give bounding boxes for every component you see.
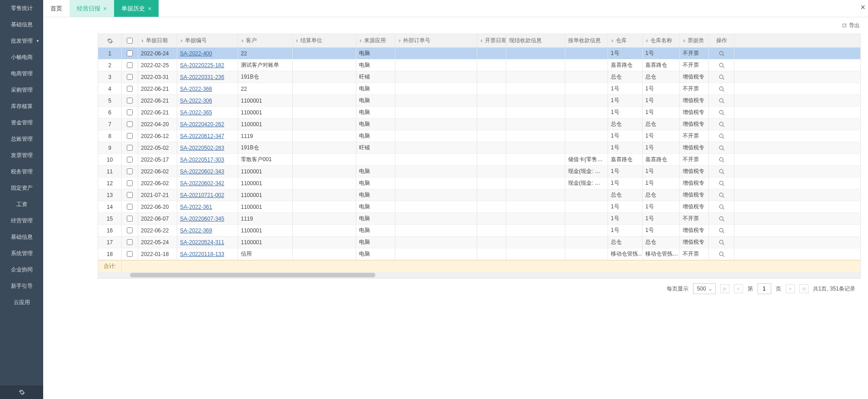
- cell-doc-no[interactable]: SA-2022-306: [177, 95, 238, 106]
- cell-action[interactable]: [709, 59, 734, 71]
- row-checkbox-input[interactable]: [127, 180, 133, 186]
- cell-doc-no[interactable]: SA-20220602-343: [177, 166, 238, 177]
- cell-action[interactable]: [709, 130, 734, 142]
- sidebar-item-9[interactable]: 发票管理: [0, 147, 43, 163]
- row-checkbox[interactable]: [122, 118, 138, 130]
- row-checkbox-input[interactable]: [127, 98, 133, 103]
- row-checkbox[interactable]: [122, 130, 138, 142]
- row-checkbox-input[interactable]: [127, 50, 133, 56]
- cell-action[interactable]: [709, 95, 734, 106]
- sidebar-item-1[interactable]: 基础信息: [0, 16, 43, 33]
- page-prev-button[interactable]: <: [734, 284, 743, 293]
- cell-doc-no[interactable]: SA-20220118-133: [177, 248, 238, 260]
- sidebar-item-10[interactable]: 税务管理: [0, 163, 43, 180]
- row-checkbox-input[interactable]: [127, 251, 133, 257]
- cell-doc-no[interactable]: SA-2022-361: [177, 201, 238, 212]
- cell-doc-no[interactable]: SA-20220225-182: [177, 59, 238, 71]
- table-row[interactable]: 42022-06-21SA-2022-36622电脑1号1号不开票: [98, 83, 860, 95]
- cell-doc-no[interactable]: SA-20210721-002: [177, 189, 238, 201]
- table-row[interactable]: 182022-01-18SA-20220118-133信用电脑移动仓管拣…移动仓…: [98, 248, 860, 260]
- tab-1[interactable]: 经营日报×: [70, 0, 114, 17]
- cell-action[interactable]: [709, 213, 734, 224]
- cell-action[interactable]: [709, 71, 734, 83]
- per-page-select[interactable]: 500: [693, 283, 716, 294]
- row-checkbox-input[interactable]: [127, 62, 133, 68]
- cell-action[interactable]: [709, 107, 734, 118]
- row-checkbox-input[interactable]: [127, 192, 133, 198]
- row-checkbox[interactable]: [122, 142, 138, 153]
- table-row[interactable]: 152022-06-07SA-20220607-3451119电脑1号1号不开票: [98, 213, 860, 225]
- cell-doc-no[interactable]: SA-20220602-342: [177, 177, 238, 189]
- row-checkbox[interactable]: [122, 59, 138, 71]
- row-checkbox-input[interactable]: [127, 204, 133, 210]
- row-checkbox[interactable]: [122, 248, 138, 260]
- cell-doc-no[interactable]: SA-20220524-311: [177, 236, 238, 248]
- table-row[interactable]: 112022-06-02SA-20220602-3431100001电脑现金(现…: [98, 166, 860, 177]
- sidebar-item-3[interactable]: 小畅电商: [0, 49, 43, 65]
- row-checkbox-input[interactable]: [127, 168, 133, 174]
- row-checkbox[interactable]: [122, 83, 138, 94]
- table-row[interactable]: 162022-06-22SA-2022-3691100001电脑1号1号增值税专: [98, 225, 860, 236]
- col-header-src[interactable]: ▲▼来源应用: [356, 34, 395, 47]
- tab-close-icon[interactable]: ×: [103, 5, 107, 12]
- table-row[interactable]: 22022-02-25SA-20220225-182测试客户对账单电脑嘉喜路仓嘉…: [98, 59, 860, 71]
- horizontal-scrollbar[interactable]: [98, 272, 860, 278]
- cell-action[interactable]: [709, 142, 734, 153]
- row-checkbox-input[interactable]: [127, 109, 133, 115]
- row-checkbox[interactable]: [122, 189, 138, 201]
- row-checkbox-input[interactable]: [127, 133, 133, 139]
- row-checkbox-input[interactable]: [127, 145, 133, 151]
- tab-0[interactable]: 首页: [43, 0, 70, 17]
- sidebar-item-4[interactable]: 电商管理: [0, 65, 43, 82]
- cell-action[interactable]: [709, 236, 734, 248]
- sidebar-item-17[interactable]: 新手引导: [0, 278, 43, 294]
- page-first-button[interactable]: |<: [720, 284, 729, 293]
- col-header-ext[interactable]: ▲▼外部订单号: [395, 34, 477, 47]
- sidebar-item-7[interactable]: 资金管理: [0, 114, 43, 131]
- cell-doc-no[interactable]: SA-2022-365: [177, 107, 238, 118]
- sidebar-item-8[interactable]: 总账管理: [0, 131, 43, 147]
- row-checkbox-input[interactable]: [127, 227, 133, 233]
- table-row[interactable]: 172022-05-24SA-20220524-3111100001电脑总仓总仓…: [98, 236, 860, 248]
- page-last-button[interactable]: >|: [799, 284, 808, 293]
- cell-action[interactable]: [709, 166, 734, 177]
- row-checkbox[interactable]: [122, 154, 138, 165]
- row-checkbox[interactable]: [122, 166, 138, 177]
- table-row[interactable]: 62022-06-21SA-2022-3651100001电脑1号1号增值税专: [98, 107, 860, 118]
- row-checkbox[interactable]: [122, 95, 138, 106]
- sidebar-item-13[interactable]: 经营管理: [0, 212, 43, 229]
- col-header-wh[interactable]: ▲▼仓库: [608, 34, 643, 47]
- sidebar-item-12[interactable]: 工资: [0, 196, 43, 212]
- cell-doc-no[interactable]: SA-2022-400: [177, 48, 238, 59]
- cell-action[interactable]: [709, 177, 734, 189]
- col-header-no[interactable]: ▲▼单据编号: [177, 34, 238, 47]
- sidebar-item-11[interactable]: 固定资产: [0, 180, 43, 196]
- row-checkbox-input[interactable]: [127, 239, 133, 245]
- cell-doc-no[interactable]: SA-2022-369: [177, 225, 238, 236]
- col-header-inv[interactable]: ▲▼开票日期: [477, 34, 506, 47]
- export-button[interactable]: 导出: [842, 22, 860, 30]
- select-all-checkbox[interactable]: [127, 38, 133, 44]
- table-row[interactable]: 142022-06-20SA-2022-3611100001电脑1号1号增值税专: [98, 201, 860, 213]
- row-checkbox[interactable]: [122, 236, 138, 248]
- col-header-date[interactable]: ▲▼单据日期: [138, 34, 177, 47]
- row-checkbox[interactable]: [122, 225, 138, 236]
- row-checkbox-input[interactable]: [127, 74, 133, 80]
- row-checkbox[interactable]: [122, 177, 138, 189]
- cell-action[interactable]: [709, 48, 734, 59]
- table-row[interactable]: 12022-06-24SA-2022-40022电脑1号1号不开票: [98, 48, 860, 59]
- row-checkbox-input[interactable]: [127, 86, 133, 92]
- cell-action[interactable]: [709, 83, 734, 94]
- cell-action[interactable]: [709, 118, 734, 130]
- table-row[interactable]: 92022-05-02SA-20220502-283191B仓旺铺1号1号增值税…: [98, 142, 860, 154]
- row-checkbox-input[interactable]: [127, 157, 133, 163]
- sidebar-item-0[interactable]: 零售统计: [0, 0, 43, 16]
- cell-doc-no[interactable]: SA-20220420-262: [177, 118, 238, 130]
- row-checkbox-input[interactable]: [127, 121, 133, 127]
- col-header-settle[interactable]: ▲▼结算单位: [293, 34, 356, 47]
- sidebar-settings-button[interactable]: [0, 385, 43, 399]
- col-header-cust[interactable]: ▲▼客户: [238, 34, 293, 47]
- cell-doc-no[interactable]: SA-2022-366: [177, 83, 238, 94]
- row-checkbox[interactable]: [122, 71, 138, 83]
- sidebar-item-2[interactable]: 批发管理: [0, 33, 43, 49]
